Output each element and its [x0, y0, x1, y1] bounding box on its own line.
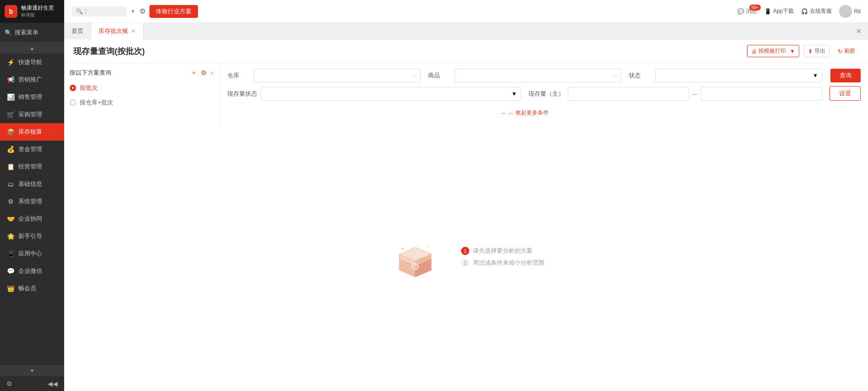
- sidebar-footer: ⚙ ◀◀: [0, 376, 64, 391]
- message-icon: 💬: [737, 8, 744, 15]
- qty-field: 现存量（主） —: [528, 87, 822, 101]
- avatar: [839, 5, 852, 18]
- filter-add-icon[interactable]: ＋: [191, 69, 197, 77]
- enterprise-icon: 🤝: [6, 215, 15, 223]
- search-icon: 🔍: [5, 29, 12, 36]
- filter-settings-scheme-icon[interactable]: ⚙: [201, 69, 207, 76]
- sidebar-item-base[interactable]: 🗂 基础信息: [0, 175, 64, 193]
- empty-illustration: ✦ ✦: [388, 231, 443, 286]
- svg-point-7: [413, 265, 415, 266]
- sidebar-item-marketing[interactable]: 📢 营销推广: [0, 71, 64, 88]
- member-icon: 👑: [6, 284, 15, 293]
- inventory-status-dropdown-icon: ▼: [511, 91, 517, 97]
- content-area: 现存量查询(按批次) 🖨 按模板打印 ▼ ⬆ 导出 ↻ 刷新: [64, 39, 868, 391]
- query-button[interactable]: 查询: [830, 69, 861, 82]
- filter-option-warehouse-batch[interactable]: 按仓库+批次: [64, 95, 220, 110]
- sidebar-item-sales[interactable]: 📊 销售管理: [0, 88, 64, 106]
- qty-to-input[interactable]: [701, 87, 822, 101]
- svg-text:✦: ✦: [400, 246, 405, 252]
- system-icon: ⚙: [6, 197, 15, 206]
- filter-buttons: 查询 设置: [830, 69, 861, 101]
- filter-collapse-panel-icon[interactable]: «: [210, 69, 214, 76]
- qty-from-input[interactable]: [568, 87, 689, 101]
- tab-batch[interactable]: 库存批次账 ✕: [91, 23, 143, 39]
- product-more-icon[interactable]: ···: [613, 73, 617, 78]
- sidebar-item-finance[interactable]: 💰 资金管理: [0, 141, 64, 158]
- warehouse-input[interactable]: ···: [254, 69, 421, 82]
- username-label: Rit: [854, 8, 861, 15]
- refresh-icon: ↻: [838, 48, 842, 54]
- topbar-actions: 💬 消息 99+ 📱 App下载 🎧 在线客服 Rit: [737, 5, 861, 18]
- empty-hints: 1 请先选择要分析的方案 2 用过滤条件来缩小分析范围: [461, 247, 544, 271]
- message-badge: 99+: [749, 5, 761, 11]
- inventory-status-label: 现存量状态: [227, 90, 257, 98]
- filter-settings-button[interactable]: 设置: [830, 86, 861, 101]
- topbar-gear-icon[interactable]: ⚙: [139, 7, 146, 16]
- sidebar-item-inventory[interactable]: 📦 库存核算: [0, 123, 64, 141]
- sidebar-item-operation[interactable]: 📋 经营管理: [0, 158, 64, 175]
- operation-icon: 📋: [6, 163, 15, 171]
- product-input[interactable]: ···: [455, 69, 621, 82]
- status-select[interactable]: ▼: [655, 69, 822, 82]
- export-button[interactable]: ⬆ 导出: [804, 45, 830, 57]
- sidebar-item-newguide[interactable]: 🌟 新手引导: [0, 228, 64, 245]
- radio-batch: [70, 85, 76, 91]
- sidebar-search-button[interactable]: 🔍 搜索菜单: [5, 27, 60, 38]
- appcenter-icon: 📱: [6, 250, 15, 258]
- warehouse-label: 仓库: [227, 71, 250, 80]
- inventory-status-select[interactable]: ▼: [261, 87, 521, 101]
- refresh-button[interactable]: ↻ 刷新: [834, 45, 859, 57]
- print-dropdown-icon[interactable]: ▼: [790, 48, 795, 54]
- sidebar-item-system[interactable]: ⚙ 系统管理: [0, 193, 64, 210]
- sidebar-scroll-down[interactable]: ▼: [0, 365, 64, 376]
- filter-row-2: 现存量状态 ▼ 现存量（主） —: [227, 87, 822, 101]
- app-icon: 📱: [764, 8, 771, 15]
- sidebar-item-member[interactable]: 👑 畅会员: [0, 280, 64, 297]
- sidebar-item-shortcut[interactable]: ⚡ 快捷导航: [0, 54, 64, 71]
- experience-button[interactable]: 体验行业方案: [149, 5, 198, 18]
- filter-option-batch[interactable]: 按批次: [64, 81, 220, 95]
- sidebar-search-section[interactable]: 🔍 搜索菜单: [0, 23, 64, 43]
- marketing-icon: 📢: [6, 76, 15, 84]
- sidebar-item-enterprise[interactable]: 🤝 企业协同: [0, 210, 64, 228]
- sidebar: b 畅康通好生意 标准版 🔍 搜索菜单 ▲ ⚡ 快捷导航 📢 营销推广 📊 销售…: [0, 0, 64, 391]
- user-avatar-area[interactable]: Rit: [839, 5, 861, 18]
- status-dropdown-icon: ▼: [813, 72, 818, 79]
- tab-home[interactable]: 首页: [64, 23, 91, 39]
- svg-point-8: [416, 265, 418, 266]
- product-field: 商品 ···: [428, 69, 621, 82]
- hint-num-2: 2: [461, 259, 469, 267]
- app-download-button[interactable]: 📱 App下载: [764, 7, 794, 15]
- sales-icon: 📊: [6, 93, 15, 101]
- sidebar-logo: b: [5, 5, 17, 18]
- topbar-search-box[interactable]: 🔍 ▏: [71, 6, 126, 16]
- tab-close-icon[interactable]: ✕: [131, 28, 136, 34]
- inventory-icon: 📦: [6, 128, 15, 136]
- sidebar-item-purchase[interactable]: 🛒 采购管理: [0, 106, 64, 123]
- sidebar-nav: ⚡ 快捷导航 📢 营销推广 📊 销售管理 🛒 采购管理 📦 库存核算 💰 资金管…: [0, 54, 64, 365]
- sidebar-item-appcenter[interactable]: 📱 应用中心: [0, 245, 64, 262]
- tabbar: 首页 库存批次账 ✕ ✕: [64, 23, 868, 39]
- product-label: 商品: [428, 71, 451, 80]
- filter-panel: 按以下方案查询 ＋ ⚙ « 按批次 按仓库+批次: [64, 63, 868, 126]
- status-label: 状态: [629, 71, 652, 80]
- customer-service-button[interactable]: 🎧 在线客服: [801, 7, 832, 15]
- settings-icon[interactable]: ⚙: [6, 380, 12, 387]
- main-area: 🔍 ▏ ▼ ⚙ 体验行业方案 💬 消息 99+ 📱 App下载 🎧 在线客服 R…: [64, 0, 868, 391]
- collapse-filter-row[interactable]: ︿ ︿ 收起更多条件: [227, 105, 822, 120]
- message-button[interactable]: 💬 消息 99+: [737, 7, 757, 15]
- print-button[interactable]: 🖨 按模板打印 ▼: [747, 45, 799, 57]
- hint-item-1: 1 请先选择要分析的方案: [461, 247, 544, 255]
- qty-range: —: [568, 87, 822, 101]
- tab-global-close-icon[interactable]: ✕: [856, 27, 862, 35]
- svg-point-6: [412, 263, 419, 270]
- sidebar-scroll-up[interactable]: ▲: [0, 43, 64, 54]
- sidebar-item-wechat[interactable]: 💬 企业微信: [0, 262, 64, 280]
- warehouse-more-icon[interactable]: ···: [412, 73, 417, 78]
- qty-label: 现存量（主）: [528, 90, 564, 98]
- collapse-icon[interactable]: ◀◀: [48, 380, 58, 387]
- topbar-dropdown-arrow[interactable]: ▼: [130, 8, 136, 15]
- topbar-search-icon: 🔍: [76, 8, 83, 15]
- newguide-icon: 🌟: [6, 232, 15, 240]
- export-icon: ⬆: [808, 48, 813, 54]
